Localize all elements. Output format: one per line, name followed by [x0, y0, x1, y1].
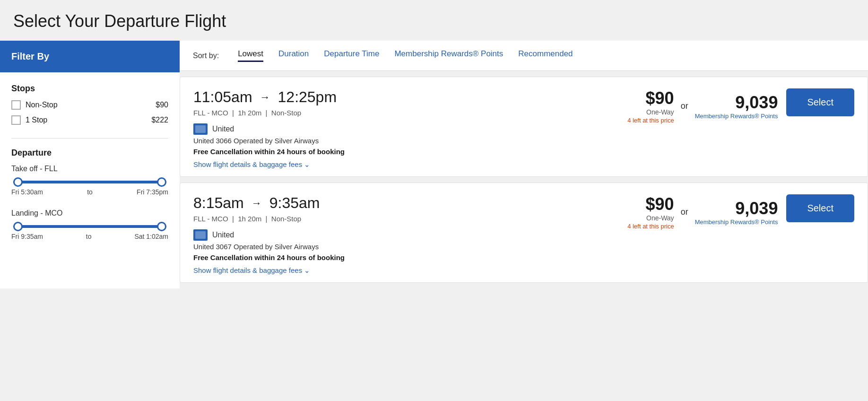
one-stop-option[interactable]: 1 Stop $222 [11, 115, 168, 125]
flight-2-airline-row: United [193, 229, 345, 241]
flight-1-operated: United 3066 Operated by Silver Airways [193, 137, 345, 145]
sort-recommended[interactable]: Recommended [518, 49, 573, 62]
flight-2-price-type: One-Way [627, 214, 674, 222]
flight-2-times: 8:15am → 9:35am [193, 194, 345, 212]
flight-1-meta: FLL - MCO | 1h 20m | Non-Stop [193, 109, 345, 117]
one-stop-checkbox[interactable] [11, 115, 21, 125]
flight-1-airline: United [212, 125, 234, 133]
united-icon-2 [193, 229, 208, 241]
nonstop-option[interactable]: Non-Stop $90 [11, 100, 168, 110]
nonstop-price: $90 [156, 101, 168, 109]
flight-1-depart: 11:05am [193, 88, 252, 106]
landing-to: to [86, 233, 92, 240]
landing-range-end: Sat 1:02am [134, 233, 168, 240]
sort-label: Sort by: [193, 52, 219, 60]
flight-2-points-label[interactable]: Membership Rewards® Points [695, 218, 778, 226]
flight-2-arrow-icon: → [252, 197, 262, 209]
page-title: Select Your Departure Flight [0, 0, 868, 41]
landing-label: Landing - MCO [11, 209, 168, 218]
flight-2-or: or [681, 207, 688, 217]
flight-2-price: $90 [627, 194, 674, 214]
flight-1-price-block: $90 One-Way 4 left at this price [627, 88, 674, 124]
flight-2-price-warning: 4 left at this price [627, 223, 674, 230]
flight-2-airline: United [212, 231, 234, 239]
flight-2-select-button[interactable]: Select [786, 194, 854, 222]
sort-duration[interactable]: Duration [278, 49, 309, 62]
flight-1-points-block: 9,039 Membership Rewards® Points [695, 93, 778, 120]
flight-2-price-block: $90 One-Way 4 left at this price [627, 194, 674, 230]
flight-1-times: 11:05am → 12:25pm [193, 88, 345, 106]
filter-header: Filter By [0, 41, 180, 72]
one-stop-price: $222 [151, 116, 168, 124]
flight-1-free-cancel: Free Cancellation within 24 hours of boo… [193, 148, 345, 156]
landing-slider-left[interactable] [13, 222, 23, 231]
landing-slider-right[interactable] [157, 222, 166, 231]
nonstop-label: Non-Stop [26, 101, 58, 109]
flight-1-arrive: 12:25pm [278, 88, 337, 106]
one-stop-label: 1 Stop [26, 116, 47, 124]
flight-1-airline-row: United [193, 123, 345, 135]
departure-filter-title: Departure [11, 148, 168, 158]
departure-slider-left[interactable] [13, 177, 23, 187]
flight-1-price: $90 [627, 88, 674, 108]
nonstop-checkbox[interactable] [11, 100, 21, 110]
departure-to: to [87, 188, 93, 196]
sort-lowest[interactable]: Lowest [238, 49, 263, 62]
stops-filter: Stops Non-Stop $90 1 Stop $222 [11, 84, 168, 125]
flight-2-operated: United 3067 Operated by Silver Airways [193, 243, 345, 251]
departure-slider-right[interactable] [157, 177, 166, 187]
sort-bar: Sort by: Lowest Duration Departure Time … [180, 41, 868, 71]
flight-2-arrive: 9:35am [269, 194, 320, 212]
flight-card-1: 11:05am → 12:25pm FLL - MCO | 1h 20m | N… [180, 77, 868, 177]
flight-2-show-details[interactable]: Show flight details & baggage fees ⌄ [193, 266, 310, 282]
flight-1-right: $90 One-Way 4 left at this price or 9,03… [627, 88, 854, 135]
flight-1-price-type: One-Way [627, 108, 674, 116]
flight-card-2: 8:15am → 9:35am FLL - MCO | 1h 20m | Non… [180, 183, 868, 283]
departure-range-start: Fri 5:30am [11, 188, 43, 196]
departure-range-end: Fri 7:35pm [137, 188, 168, 196]
departure-slider[interactable] [11, 181, 168, 183]
landing-slider[interactable] [11, 225, 168, 228]
landing-filter: Landing - MCO Fri 9:35am to Sat 1:02am [11, 209, 168, 240]
flight-1-price-warning: 4 left at this price [627, 117, 674, 124]
flight-2-free-cancel: Free Cancellation within 24 hours of boo… [193, 253, 345, 262]
flight-1-select-button[interactable]: Select [786, 88, 854, 116]
flight-1-arrow-icon: → [260, 91, 270, 104]
main-content: Sort by: Lowest Duration Departure Time … [180, 41, 868, 288]
sort-membership-points[interactable]: Membership Rewards® Points [394, 49, 503, 62]
takeoff-label: Take off - FLL [11, 165, 168, 173]
flight-2-meta: FLL - MCO | 1h 20m | Non-Stop [193, 215, 345, 223]
flight-2-points: 9,039 [695, 199, 778, 218]
flight-1-points-label[interactable]: Membership Rewards® Points [695, 113, 778, 120]
flight-2-depart: 8:15am [193, 194, 244, 212]
flight-1-or: or [681, 101, 688, 111]
sidebar: Filter By Stops Non-Stop $90 1 Stop [0, 41, 180, 288]
departure-filter: Departure Take off - FLL Fri 5:30am to F… [11, 148, 168, 196]
flight-1-points: 9,039 [695, 93, 778, 113]
landing-range-start: Fri 9:35am [11, 233, 43, 240]
stops-title: Stops [11, 84, 168, 94]
united-icon-1 [193, 123, 208, 135]
flight-1-show-details[interactable]: Show flight details & baggage fees ⌄ [193, 160, 310, 176]
sort-departure-time[interactable]: Departure Time [324, 49, 379, 62]
flight-2-right: $90 One-Way 4 left at this price or 9,03… [627, 194, 854, 241]
flight-2-points-block: 9,039 Membership Rewards® Points [695, 199, 778, 226]
